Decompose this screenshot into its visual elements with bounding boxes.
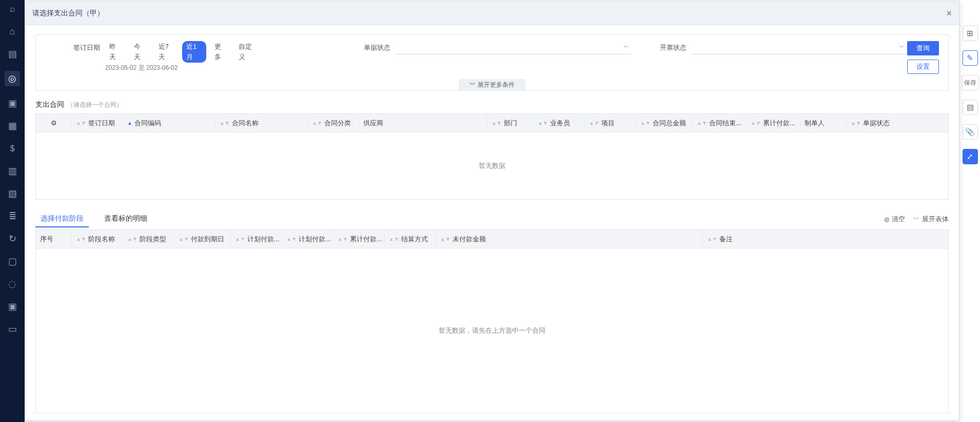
report-icon[interactable]: ▦ — [7, 120, 18, 131]
contract-section-title: 支出合同 — [35, 100, 64, 109]
date-opt-custom[interactable]: 自定义 — [234, 41, 261, 63]
date-opt-more[interactable]: 更多 — [210, 41, 231, 63]
double-chevron-down-icon: ︾ — [469, 81, 476, 89]
sort-icon[interactable]: ▲▼ — [389, 237, 399, 241]
date-opt-1m[interactable]: 近1月 — [182, 41, 206, 63]
date-opt-today[interactable]: 今天 — [130, 41, 150, 63]
sort-icon[interactable]: ▲▼ — [697, 121, 707, 125]
finance-icon[interactable]: ＄ — [7, 143, 18, 154]
settings-button[interactable]: 设置 — [907, 60, 939, 74]
chevron-down-icon: ﹀ — [623, 43, 630, 52]
date-range: 2023-05-02 至 2023-06-02 — [105, 64, 261, 72]
settings-icon[interactable]: ▧ — [7, 188, 18, 199]
sort-icon[interactable]: ▲▼ — [338, 237, 348, 241]
sort-icon[interactable]: ▲▼ — [440, 237, 450, 241]
sort-icon[interactable]: ▲▼ — [589, 121, 599, 125]
contract-section-header: 支出合同 （请选择一个合同） — [35, 100, 949, 109]
sort-icon[interactable]: ▲▼ — [492, 121, 502, 125]
sync-icon[interactable]: ◌ — [7, 278, 18, 290]
clear-button[interactable]: ⊘清空 — [884, 215, 905, 224]
search-icon[interactable]: ⌕ — [7, 3, 18, 14]
close-icon[interactable]: × — [946, 8, 952, 19]
left-nav-rail: ⌕ ⌂ ▤ ◎ ▣ ▦ ＄ ▥ ▧ ≣ ↻ ▢ ◌ ▣ ▭ — [0, 0, 25, 422]
expand-conditions[interactable]: ︾ 展开更多条件 — [459, 79, 525, 90]
sort-icon[interactable]: ▲▼ — [235, 237, 245, 241]
sort-icon[interactable]: ▲▼ — [751, 121, 761, 125]
home-icon[interactable]: ⌂ — [7, 26, 18, 37]
contract-table-head: ⚙ ▲▼签订日期 ▲合同编码 ▲▼合同名称 ▲▼合同分类 供应商 ▲▼部门 ▲▼… — [36, 114, 948, 132]
sort-icon[interactable]: ▲ — [127, 121, 132, 125]
gear-icon[interactable]: ⚙ — [51, 119, 57, 127]
save-sidebar-button[interactable]: 保存 — [962, 75, 979, 90]
stage-table-empty: 暂无数据，请先在上方选中一个合同 — [36, 248, 948, 413]
sort-icon[interactable]: ▲▼ — [640, 121, 651, 125]
sort-icon[interactable]: ▲▼ — [286, 237, 297, 241]
contract-icon[interactable]: ◎ — [5, 71, 20, 86]
stage-table: 序号 ▲▼阶段名称 ▲▼阶段类型 ▲▼付款到期日 ▲▼计划付款... ▲▼计划付… — [35, 229, 949, 413]
date-opt-yesterday[interactable]: 昨天 — [105, 41, 126, 63]
sort-icon[interactable]: ▲▼ — [312, 121, 322, 125]
contract-section-hint: （请选择一个合同） — [67, 101, 123, 109]
right-tool-rail: ⊞ ✎ 保存 ▤ 📎 ⤢ — [959, 0, 980, 422]
stage-table-head: 序号 ▲▼阶段名称 ▲▼阶段类型 ▲▼付款到期日 ▲▼计划付款... ▲▼计划付… — [36, 230, 948, 248]
box-icon[interactable]: ▣ — [7, 301, 18, 312]
clear-icon: ⊘ — [884, 216, 890, 223]
building-icon[interactable]: ▥ — [7, 165, 18, 177]
bill-status-select[interactable]: ﹀ — [396, 41, 632, 54]
contract-table: ⚙ ▲▼签订日期 ▲合同编码 ▲▼合同名称 ▲▼合同分类 供应商 ▲▼部门 ▲▼… — [35, 113, 949, 200]
modal-header: 请选择支出合同（甲） × — [25, 2, 959, 25]
sort-icon[interactable]: ▲▼ — [76, 237, 86, 241]
layout-icon[interactable]: ⊞ — [963, 26, 978, 41]
sort-icon[interactable]: ▲▼ — [538, 121, 548, 125]
share-icon[interactable]: ⤢ — [963, 149, 978, 164]
media-icon[interactable]: ▭ — [7, 323, 18, 335]
bill-status-label: 单据状态 — [364, 41, 390, 54]
sort-icon[interactable]: ▲▼ — [851, 121, 861, 125]
query-button[interactable]: 查询 — [907, 41, 939, 55]
detail-tabs: 选择付款阶段 查看标的明细 ⊘清空 ﹀展开表体 — [35, 211, 949, 227]
invoice-status-label: 开票状态 — [660, 41, 687, 54]
invoice-status-select[interactable]: ﹀ — [692, 41, 907, 54]
date-opt-7d[interactable]: 近7天 — [154, 41, 178, 63]
sort-icon[interactable]: ▲▼ — [707, 237, 717, 241]
modal-title: 请选择支出合同（甲） — [32, 9, 104, 18]
select-contract-modal: 请选择支出合同（甲） × 签订日期 昨天 今天 近7天 近1月 更多 自定义 — [25, 2, 959, 420]
list-icon[interactable]: ≣ — [7, 210, 18, 222]
chevron-down-icon: ﹀ — [913, 215, 920, 224]
filter-panel: 签订日期 昨天 今天 近7天 近1月 更多 自定义 2023-05-02 至 2… — [35, 34, 949, 91]
more1-icon[interactable]: ▢ — [7, 256, 18, 267]
sort-icon[interactable]: ▲▼ — [220, 121, 230, 125]
tab-subject-detail[interactable]: 查看标的明细 — [99, 211, 152, 227]
edit-icon[interactable]: ✎ — [963, 50, 978, 66]
attachment-icon[interactable]: 📎 — [963, 124, 978, 140]
sort-icon[interactable]: ▲▼ — [76, 121, 86, 125]
expand-body-button[interactable]: ﹀展开表体 — [913, 215, 949, 224]
tab-payment-stage[interactable]: 选择付款阶段 — [35, 211, 89, 227]
analytics-icon[interactable]: ▤ — [7, 48, 18, 60]
contract-table-empty: 暂无数据 — [36, 132, 948, 199]
chevron-down-icon: ﹀ — [899, 43, 905, 52]
note-icon[interactable]: ▤ — [963, 100, 978, 115]
date-options: 昨天 今天 近7天 近1月 更多 自定义 — [105, 41, 261, 63]
refresh-icon[interactable]: ↻ — [7, 233, 18, 244]
doc-icon[interactable]: ▣ — [7, 98, 18, 109]
sort-icon[interactable]: ▲▼ — [179, 237, 189, 241]
sign-date-label: 签订日期 — [73, 41, 100, 54]
sort-icon[interactable]: ▲▼ — [127, 237, 138, 241]
